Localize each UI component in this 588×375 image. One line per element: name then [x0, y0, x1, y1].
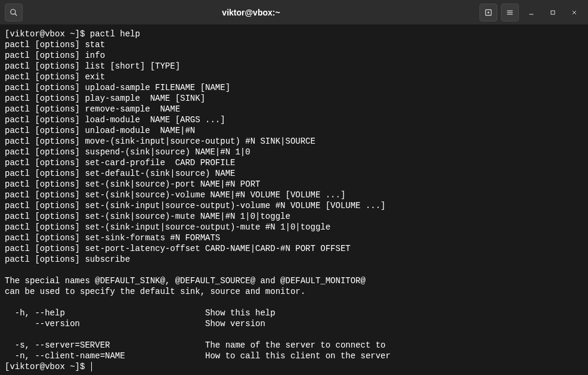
command-1: pactl help	[90, 29, 140, 39]
terminal-output: pactl [options] stat pactl [options] inf…	[5, 40, 391, 361]
terminal-body[interactable]: [viktor@vbox ~]$ pactl help pactl [optio…	[0, 25, 588, 375]
svg-line-1	[15, 13, 17, 16]
search-icon	[10, 8, 18, 17]
search-button[interactable]	[5, 4, 23, 21]
svg-point-0	[11, 9, 16, 14]
hamburger-icon	[506, 8, 514, 17]
new-tab-button[interactable]	[479, 4, 497, 21]
close-button[interactable]	[565, 4, 583, 21]
maximize-icon	[549, 9, 556, 16]
menu-button[interactable]	[501, 4, 519, 21]
prompt-line-1: [viktor@vbox ~]$ pactl help	[5, 29, 140, 39]
minimize-icon	[528, 9, 535, 16]
close-icon	[571, 9, 578, 16]
titlebar-right	[479, 4, 583, 21]
titlebar: viktor@vbox:~	[0, 0, 588, 25]
svg-rect-9	[551, 11, 555, 14]
titlebar-left	[5, 4, 23, 21]
tab-icon	[484, 8, 493, 17]
prompt-line-2: [viktor@vbox ~]$	[5, 362, 90, 371]
maximize-button[interactable]	[544, 4, 562, 21]
minimize-button[interactable]	[522, 4, 540, 21]
prompt-2: [viktor@vbox ~]$	[5, 362, 90, 371]
window-title: viktor@vbox:~	[23, 8, 479, 17]
cursor	[91, 362, 92, 371]
prompt-1: [viktor@vbox ~]$	[5, 29, 90, 39]
